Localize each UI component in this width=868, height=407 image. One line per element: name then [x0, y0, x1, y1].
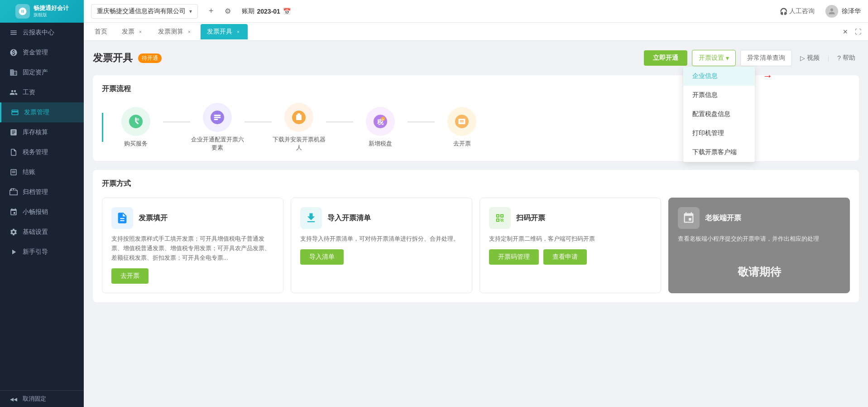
- step-5-icon: [447, 107, 476, 136]
- settings-btn[interactable]: ⚙: [221, 5, 235, 17]
- help-label: 帮助: [843, 54, 855, 62]
- add-btn[interactable]: +: [205, 5, 217, 18]
- method-card-boss: 老板端开票 查看老板端小程序提交的开票申请，并作出相应的处理 敬请期待: [668, 198, 850, 293]
- tab-invoice[interactable]: 发票 ×: [115, 24, 150, 39]
- flow-connector-2: [245, 121, 272, 122]
- method-import-btn[interactable]: 导入清单: [300, 249, 344, 265]
- page-header: 发票开具 待开通 立即开通 开票设置 ▾: [93, 50, 859, 66]
- boss-overlay-text: 敬请期待: [669, 265, 849, 279]
- tab-home[interactable]: 首页: [88, 24, 114, 39]
- method-scan-desc: 支持定制开票二维码，客户端可扫码开票: [489, 234, 652, 244]
- tab-invoice-open[interactable]: 发票开具 ×: [201, 24, 248, 39]
- method-scan-btn1[interactable]: 开票码管理: [489, 249, 539, 265]
- sidebar-item-tax[interactable]: 税务管理: [0, 142, 84, 162]
- headset-icon: 🎧: [780, 8, 787, 15]
- period-value: 2023-01: [257, 8, 280, 15]
- calendar-icon[interactable]: 📅: [283, 8, 291, 15]
- sidebar-item-expense[interactable]: 小畅报销: [0, 202, 84, 222]
- sidebar-item-inventory[interactable]: 库存核算: [0, 122, 84, 142]
- method-import-header: 导入开票清单: [300, 207, 463, 229]
- sidebar-label-cloud-report: 云报表中心: [23, 29, 54, 37]
- sidebar-label-finance: 资金管理: [23, 48, 48, 57]
- dropdown-download-client[interactable]: 下载开票客户端: [683, 143, 755, 162]
- maximize-window-btn[interactable]: ⛶: [853, 26, 863, 37]
- company-name: 重庆畅捷交通信息咨询有限公司: [97, 7, 186, 15]
- avatar: [825, 5, 838, 18]
- dropdown-tax-disk[interactable]: 配置税盘信息: [683, 105, 755, 124]
- sidebar-item-archive[interactable]: 归档管理: [0, 182, 84, 202]
- sidebar-item-close-account[interactable]: 结账: [0, 162, 84, 182]
- sidebar-label-assets: 固定资产: [23, 68, 48, 77]
- step-divider: [102, 113, 103, 142]
- sidebar-label-inventory: 库存核算: [23, 128, 48, 136]
- method-fill-btn[interactable]: 去开票: [111, 268, 149, 284]
- step-5-label: 去开票: [453, 140, 471, 148]
- method-fill-name: 发票填开: [139, 213, 168, 223]
- tab-estimate-close[interactable]: ×: [186, 29, 192, 35]
- method-scan-header: 扫码开票: [489, 207, 652, 229]
- flow-connector-4: [408, 121, 435, 122]
- user-info[interactable]: 徐泽华: [825, 5, 861, 18]
- close-account-icon: [9, 168, 18, 177]
- cancel-pin-icon: ◂◂: [9, 394, 18, 403]
- sidebar-item-cloud-report[interactable]: 云报表中心: [0, 23, 84, 43]
- method-fill-desc: 支持按照发票样式手工填开发票；可开具增值税电子普通发票、增值税普通发票、增值税专…: [111, 234, 274, 262]
- sidebar-label-expense: 小畅报销: [23, 208, 48, 216]
- step-4-icon: 税+: [366, 107, 395, 136]
- dropdown-company-info[interactable]: 企业信息: [683, 67, 755, 86]
- step-2-label: 企业开通配置开票六要素: [190, 136, 245, 152]
- sidebar-item-finance[interactable]: 资金管理: [0, 43, 84, 63]
- dropdown-invoice-info[interactable]: 开票信息: [683, 86, 755, 105]
- method-fill-header: 发票填开: [111, 207, 274, 229]
- settings-label: 开票设置: [699, 54, 724, 62]
- tab-invoice-open-close[interactable]: ×: [235, 29, 241, 35]
- step-1-icon: [121, 107, 150, 136]
- page-title-area: 发票开具 待开通: [93, 51, 162, 65]
- svg-rect-4: [214, 117, 221, 118]
- page-content: 发票开具 待开通 立即开通 开票设置 ▾: [84, 41, 868, 407]
- step-3-label: 下载并安装开票机器人: [272, 136, 326, 152]
- method-card-scan: 扫码开票 支持定制开票二维码，客户端可扫码开票 开票码管理 查看申请: [480, 198, 661, 293]
- method-scan-btn2[interactable]: 查看申请: [543, 249, 587, 265]
- help-btn[interactable]: ? 帮助: [834, 52, 859, 64]
- method-import-desc: 支持导入待开票清单，可对待开票清单进行拆分、合并处理。: [300, 234, 463, 244]
- sidebar-item-cancel-pin[interactable]: ◂◂ 取消固定: [0, 390, 84, 407]
- period-label: 账期: [242, 7, 254, 15]
- logo: 畅捷通好会计 旗舰版: [0, 0, 84, 23]
- dropdown-printer[interactable]: 打印机管理: [683, 124, 755, 143]
- sidebar-label-invoice: 发票管理: [24, 108, 49, 116]
- flow-step-2: 企业开通配置开票六要素: [190, 103, 245, 152]
- methods-grid: 发票填开 支持按照发票样式手工填开发票；可开具增值税电子普通发票、增值税普通发票…: [102, 198, 850, 293]
- abnormal-list-btn[interactable]: 异常清单查询: [740, 50, 792, 66]
- consult-btn[interactable]: 🎧 人工咨询: [776, 5, 818, 17]
- sidebar: 云报表中心 资金管理 固定资产 工资: [0, 23, 84, 407]
- help-icon: ?: [837, 54, 841, 62]
- sidebar-item-assets[interactable]: 固定资产: [0, 63, 84, 82]
- video-label: 视频: [807, 54, 820, 62]
- tab-invoice-close[interactable]: ×: [137, 29, 144, 35]
- sidebar-label-guide: 新手引导: [23, 248, 48, 256]
- svg-text:+: +: [382, 117, 384, 122]
- settings-arrow-icon: ▾: [726, 54, 729, 62]
- close-window-btn[interactable]: ✕: [840, 26, 851, 37]
- sidebar-item-salary[interactable]: 工资: [0, 82, 84, 102]
- tab-estimate[interactable]: 发票测算 ×: [152, 24, 199, 39]
- flow-step-4: 税+ 新增税盘: [353, 107, 408, 148]
- step-2-icon: [203, 103, 232, 132]
- expense-icon: [9, 208, 18, 217]
- method-import-name: 导入开票清单: [327, 213, 371, 223]
- company-selector[interactable]: 重庆畅捷交通信息咨询有限公司 ▾: [91, 4, 198, 19]
- settings-btn-header[interactable]: 开票设置 ▾: [692, 50, 736, 66]
- video-btn[interactable]: ▷ 视频: [796, 52, 823, 64]
- sidebar-item-guide[interactable]: 新手引导: [0, 242, 84, 262]
- svg-rect-7: [296, 115, 302, 120]
- flow-connector-1: [163, 121, 190, 122]
- svg-rect-15: [460, 120, 464, 121]
- method-fill-icon: [111, 207, 133, 229]
- activate-btn[interactable]: 立即开通: [644, 50, 687, 66]
- abnormal-label: 异常清单查询: [747, 54, 785, 62]
- flow-step-5: 去开票: [435, 107, 489, 148]
- sidebar-item-invoice[interactable]: 发票管理: [0, 102, 84, 122]
- logo-text-container: 畅捷通好会计 旗舰版: [34, 5, 69, 18]
- sidebar-item-settings[interactable]: 基础设置: [0, 222, 84, 242]
